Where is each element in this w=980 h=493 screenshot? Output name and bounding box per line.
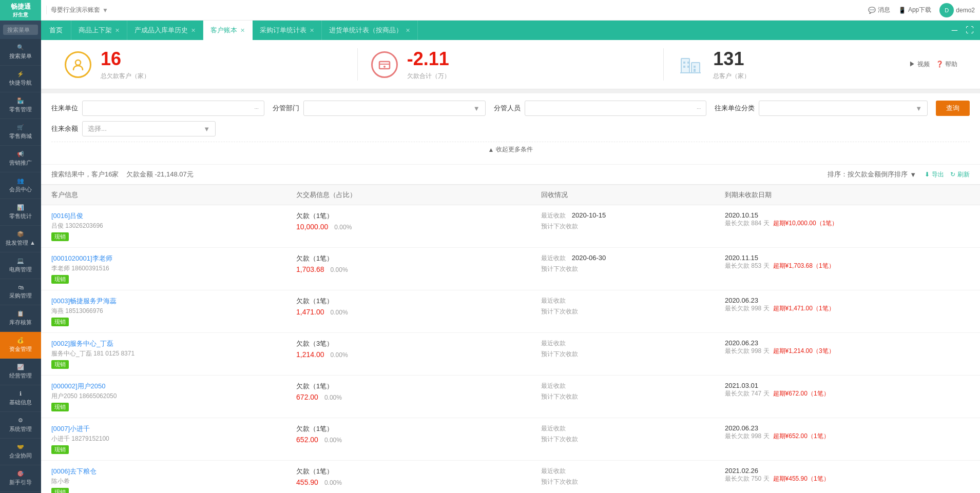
minimize-button[interactable]: ─	[950, 24, 959, 37]
overdue-amount-link[interactable]: 超期¥455.90（1笔）	[773, 475, 830, 482]
debt-count: 欠款（1笔）	[296, 297, 541, 306]
debt-ratio: 0.00%	[331, 266, 348, 273]
debt-count: 欠款（1笔）	[296, 211, 541, 221]
view-video-button[interactable]: ▶ 视频	[909, 60, 929, 69]
category-filter-select[interactable]: ▼	[759, 101, 928, 116]
sidebar-item-member[interactable]: 👥 会员中心	[0, 172, 41, 199]
overdue-amount-link[interactable]: 超期¥1,214.00（3笔）	[773, 347, 835, 354]
customer-tag: 现销	[51, 360, 69, 369]
filter-customer: 往来单位 ···	[51, 101, 264, 116]
tab-customer-account[interactable]: 客户账本 ✕	[203, 21, 253, 40]
tab-products-onoff[interactable]: 商品上下架 ✕	[71, 21, 127, 40]
sidebar-item-guide[interactable]: 🎯 新手引导	[0, 465, 41, 492]
quick-icon: ⚡	[17, 71, 24, 77]
refresh-button[interactable]: ↻ 刷新	[950, 170, 970, 179]
tab-home[interactable]: 首页	[41, 21, 71, 40]
recent-label: 最近收款	[541, 424, 725, 433]
close-icon[interactable]: ✕	[191, 27, 196, 34]
close-icon[interactable]: ✕	[406, 27, 410, 34]
overdue-amount-link[interactable]: 超期¥10,000.00（1笔）	[773, 220, 838, 227]
tab-inbound-stats[interactable]: 进货单统计表（按商品） ✕	[322, 21, 418, 40]
overdue-cell: 2021.03.01 最长欠款 747 天 超期¥672.00（1笔）	[725, 382, 970, 398]
customer-cell: [000002]用户2050 用户2050 18665062050 现销	[51, 382, 296, 411]
sidebar-item-retail-mgmt[interactable]: 🏪 零售管理	[0, 92, 41, 119]
sidebar-logo[interactable]: 畅捷通 好生意	[0, 0, 41, 21]
overdue-date: 2020.10.15	[725, 211, 970, 219]
sidebar-item-retail-stats[interactable]: 📊 零售统计	[0, 199, 41, 226]
tab-label: 采购订单统计表	[260, 26, 306, 35]
svg-rect-7	[687, 62, 689, 64]
summary-text-debt: -2.11 欠款合计（万）	[407, 48, 450, 81]
search-input[interactable]	[3, 25, 38, 35]
customer-contact: 李老师 18600391516	[51, 264, 296, 273]
sidebar-item-inventory[interactable]: 📋 库存核算	[0, 305, 41, 332]
balance-filter-select[interactable]: 选择... ▼	[82, 121, 216, 136]
user-menu[interactable]: D demo2	[939, 3, 975, 17]
results-info: 搜索结果中，客户16家 欠款金额 -21,148.07元 排序：按欠款金额倒序排…	[41, 165, 980, 185]
customer-name-link[interactable]: [0003]畅捷服务尹海蕊	[51, 297, 296, 306]
sidebar-item-quick[interactable]: ⚡ 快捷导航	[0, 66, 41, 92]
maximize-button[interactable]: ⛶	[964, 24, 976, 37]
sidebar-item-finance[interactable]: 💰 资金管理	[0, 332, 41, 359]
overdue-amount-link[interactable]: 超期¥652.00（1笔）	[773, 432, 830, 440]
table-row: [0002]服务中心_丁磊 服务中心_丁磊 181 0125 8371 现销 欠…	[41, 333, 980, 376]
overdue-date: 2020.06.23	[725, 424, 970, 432]
close-icon[interactable]: ✕	[240, 27, 245, 34]
close-icon[interactable]: ✕	[115, 27, 120, 34]
sidebar-item-wholesale[interactable]: 📦 批发管理 ▲	[0, 226, 41, 252]
system-selector[interactable]: 母婴行业演示账套 ▼	[46, 6, 112, 14]
customer-filter-input[interactable]: ···	[82, 101, 264, 116]
app-download-button[interactable]: 📱 App下载	[898, 6, 931, 14]
customer-name-link[interactable]: [0001020001]李老师	[51, 254, 296, 263]
dept-filter-select[interactable]: ▼	[303, 101, 486, 116]
sidebar-item-purchase[interactable]: 🛍 采购管理	[0, 279, 41, 305]
sidebar-item-system[interactable]: ⚙ 系统管理	[0, 412, 41, 439]
help-button[interactable]: ❓ 帮助	[936, 60, 957, 69]
overdue-date: 2020.11.15	[725, 254, 970, 262]
message-button[interactable]: 💬 消息	[868, 6, 890, 14]
customer-name-link[interactable]: [0006]去下粮仓	[51, 467, 296, 476]
overdue-amount-link[interactable]: 超期¥672.00（1笔）	[773, 390, 830, 397]
tab-purchase-stats[interactable]: 采购订单统计表 ✕	[253, 21, 322, 40]
customer-name-link[interactable]: [000002]用户2050	[51, 382, 296, 391]
debt-cell: 欠款（1笔） 1,703.68 0.00%	[296, 254, 541, 273]
stats-icon: 📊	[17, 204, 24, 211]
export-button[interactable]: ⬇ 导出	[925, 170, 944, 179]
tab-production-history[interactable]: 产成品入库单历史 ✕	[127, 21, 203, 40]
debt-amount: 1,703.68	[296, 265, 324, 273]
person-filter-input[interactable]: ···	[525, 101, 707, 116]
collapse-button[interactable]: ▲ 收起更多条件	[51, 142, 970, 157]
customer-name-link[interactable]: [0016]吕俊	[51, 211, 296, 221]
debt-count: 欠款（1笔）	[296, 382, 541, 391]
svg-point-0	[75, 60, 81, 65]
sidebar-item-mall[interactable]: 🛒 零售商城	[0, 119, 41, 146]
sidebar-item-search[interactable]: 🔍 搜索菜单	[0, 39, 41, 66]
debt-amount: 1,471.00	[296, 308, 324, 316]
sidebar-item-marketing[interactable]: 📢 营销推广	[0, 146, 41, 172]
svg-rect-8	[683, 66, 685, 68]
overdue-amount-link[interactable]: 超期¥1,703.68（1笔）	[773, 262, 835, 269]
svg-rect-9	[687, 66, 689, 68]
debt-amount: 652.00	[296, 436, 318, 444]
data-table: 客户信息 欠交易信息（占比） 回收情况 到期未收款日期 [0016]吕俊 吕俊 …	[41, 185, 980, 493]
close-icon[interactable]: ✕	[310, 27, 314, 34]
system-icon: ⚙	[18, 417, 23, 424]
nav-tabs: 首页 商品上下架 ✕ 产成品入库单历史 ✕ 客户账本 ✕ 采购订单统计表 ✕ 进…	[41, 21, 980, 40]
sidebar-item-ecommerce[interactable]: 💻 电商管理	[0, 252, 41, 279]
next-payment-label: 预计下次收款	[541, 222, 725, 231]
customer-name-link[interactable]: [0007]小进千	[51, 424, 296, 433]
overdue-amount-link[interactable]: 超期¥1,471.00（1笔）	[773, 305, 835, 312]
sidebar-item-operations[interactable]: 📈 经营管理	[0, 359, 41, 385]
customer-name-link[interactable]: [0002]服务中心_丁磊	[51, 339, 296, 348]
search-button[interactable]: 查询	[936, 101, 970, 116]
sort-dropdown[interactable]: 排序：按欠款金额倒序排序 ▼	[828, 170, 916, 179]
sidebar-item-collab[interactable]: 🤝 企业协同	[0, 439, 41, 465]
help-icon: ❓	[936, 61, 944, 68]
debt-label: 欠款合计（万）	[407, 72, 450, 81]
overdue-info: 最长欠款 747 天 超期¥672.00（1笔）	[725, 389, 970, 398]
summary-text-debtors: 16 总欠款客户（家）	[101, 48, 150, 81]
recent-label: 最近收款	[541, 382, 725, 390]
sidebar-item-label: 电商管理	[9, 266, 32, 273]
customer-cell: [0006]去下粮仓 陈小希 现销	[51, 467, 296, 493]
sidebar-item-basics[interactable]: ℹ 基础信息	[0, 385, 41, 412]
